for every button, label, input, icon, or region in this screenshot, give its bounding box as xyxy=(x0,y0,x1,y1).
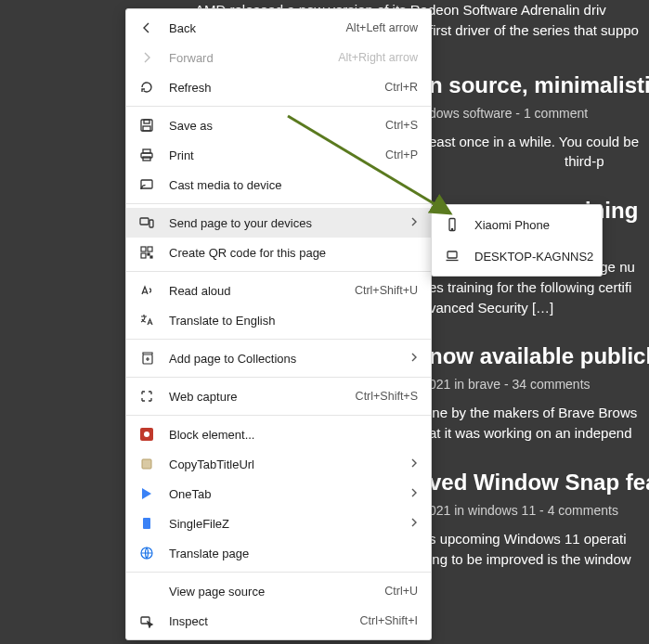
chevron-right-icon xyxy=(410,457,418,471)
svg-rect-5 xyxy=(143,157,150,161)
svg-rect-13 xyxy=(150,256,152,258)
menu-shortcut: Ctrl+Shift+S xyxy=(356,390,418,403)
menu-back[interactable]: Back Alt+Left arrow xyxy=(126,13,431,43)
context-menu: Back Alt+Left arrow Forward Alt+Right ar… xyxy=(125,8,432,640)
translate-icon xyxy=(137,311,156,329)
menu-singlefilez[interactable]: SingleFileZ xyxy=(126,509,431,538)
singlefilez-icon xyxy=(137,514,156,533)
menu-block-element[interactable]: Block element... xyxy=(126,419,431,449)
chevron-right-icon xyxy=(410,487,418,501)
menu-label: SingleFileZ xyxy=(169,517,401,531)
menu-separator xyxy=(126,271,431,272)
menu-label: Inspect xyxy=(169,614,359,628)
menu-label: View page source xyxy=(169,585,384,599)
chevron-right-icon xyxy=(410,216,418,230)
menu-label: Create QR code for this page xyxy=(169,246,418,260)
menu-label: Translate to English xyxy=(169,314,418,328)
menu-separator xyxy=(126,377,431,378)
menu-shortcut: Alt+Left arrow xyxy=(346,21,418,34)
device-desktop[interactable]: DESKTOP-KAGNNS2 xyxy=(432,240,602,272)
globe-icon xyxy=(137,544,156,562)
onetab-icon xyxy=(137,484,156,503)
save-icon xyxy=(137,116,156,135)
qr-icon xyxy=(137,243,156,262)
device-xiaomi-phone[interactable]: Xiaomi Phone xyxy=(432,209,602,240)
svg-point-20 xyxy=(451,228,452,229)
chevron-right-icon xyxy=(410,517,418,531)
menu-label: Add page to Collections xyxy=(169,352,401,366)
menu-shortcut: Ctrl+S xyxy=(385,119,418,132)
menu-save-as[interactable]: Save as Ctrl+S xyxy=(126,110,431,140)
menu-shortcut: Ctrl+Shift+U xyxy=(355,284,418,297)
svg-rect-7 xyxy=(140,218,149,225)
refresh-icon xyxy=(137,78,156,97)
cast-icon xyxy=(137,175,156,194)
menu-separator xyxy=(126,572,431,573)
menu-label: Save as xyxy=(169,119,385,133)
read-aloud-icon xyxy=(137,281,156,300)
menu-forward: Forward Alt+Right arrow xyxy=(126,43,431,72)
menu-label: CopyTabTitleUrl xyxy=(169,457,401,471)
menu-label: Read aloud xyxy=(169,284,355,298)
svg-rect-10 xyxy=(148,247,152,251)
collections-icon xyxy=(137,349,156,367)
menu-copy-tab[interactable]: CopyTabTitleUrl xyxy=(126,449,431,479)
print-icon xyxy=(137,146,156,164)
svg-rect-8 xyxy=(149,220,153,227)
chevron-right-icon xyxy=(410,352,418,366)
menu-separator xyxy=(126,415,431,416)
menu-separator xyxy=(126,339,431,340)
device-label: Xiaomi Phone xyxy=(474,218,589,232)
menu-shortcut: Alt+Right arrow xyxy=(338,51,418,64)
svg-rect-15 xyxy=(142,459,151,469)
menu-translate-page[interactable]: Translate page xyxy=(126,538,431,568)
arrow-left-icon xyxy=(137,19,156,37)
svg-rect-16 xyxy=(143,518,150,529)
menu-collections[interactable]: Add page to Collections xyxy=(126,343,431,373)
menu-label: Block element... xyxy=(169,428,418,442)
menu-label: Print xyxy=(169,148,385,162)
laptop-icon xyxy=(443,247,461,265)
menu-separator xyxy=(126,203,431,204)
menu-label: Refresh xyxy=(169,81,384,95)
menu-label: Send page to your devices xyxy=(169,216,401,230)
menu-label: Web capture xyxy=(169,390,356,404)
inspect-icon xyxy=(137,612,156,630)
menu-separator xyxy=(126,106,431,107)
menu-label: Forward xyxy=(169,51,338,65)
menu-onetab[interactable]: OneTab xyxy=(126,479,431,509)
menu-web-capture[interactable]: Web capture Ctrl+Shift+S xyxy=(126,381,431,411)
svg-rect-21 xyxy=(448,251,457,258)
copy-tab-icon xyxy=(137,455,156,473)
menu-shortcut: Ctrl+P xyxy=(385,148,418,161)
menu-shortcut: Ctrl+U xyxy=(384,585,418,598)
menu-inspect[interactable]: Inspect Ctrl+Shift+I xyxy=(126,606,431,636)
blank-icon xyxy=(137,582,156,600)
menu-qr[interactable]: Create QR code for this page xyxy=(126,238,431,267)
arrow-right-icon xyxy=(137,48,156,67)
menu-send-to-devices[interactable]: Send page to your devices xyxy=(126,208,431,238)
svg-rect-6 xyxy=(141,180,152,188)
menu-label: Translate page xyxy=(169,547,418,560)
menu-cast[interactable]: Cast media to device xyxy=(126,170,431,200)
menu-read-aloud[interactable]: Read aloud Ctrl+Shift+U xyxy=(126,276,431,305)
svg-rect-11 xyxy=(141,253,146,258)
svg-rect-2 xyxy=(143,126,150,131)
menu-view-source[interactable]: View page source Ctrl+U xyxy=(126,576,431,606)
menu-label: Cast media to device xyxy=(169,178,418,192)
devices-icon xyxy=(137,213,156,232)
web-capture-icon xyxy=(137,387,156,406)
svg-rect-9 xyxy=(141,247,146,251)
menu-print[interactable]: Print Ctrl+P xyxy=(126,140,431,170)
device-label: DESKTOP-KAGNNS2 xyxy=(474,250,593,264)
devices-submenu: Xiaomi Phone DESKTOP-KAGNNS2 xyxy=(431,204,603,277)
menu-label: Back xyxy=(169,21,346,35)
ublock-icon xyxy=(137,425,156,444)
menu-shortcut: Ctrl+R xyxy=(384,81,418,94)
menu-shortcut: Ctrl+Shift+I xyxy=(359,614,418,627)
svg-rect-12 xyxy=(148,253,149,255)
menu-label: OneTab xyxy=(169,487,401,501)
menu-refresh[interactable]: Refresh Ctrl+R xyxy=(126,72,431,102)
svg-rect-1 xyxy=(144,120,149,123)
menu-translate[interactable]: Translate to English xyxy=(126,305,431,335)
